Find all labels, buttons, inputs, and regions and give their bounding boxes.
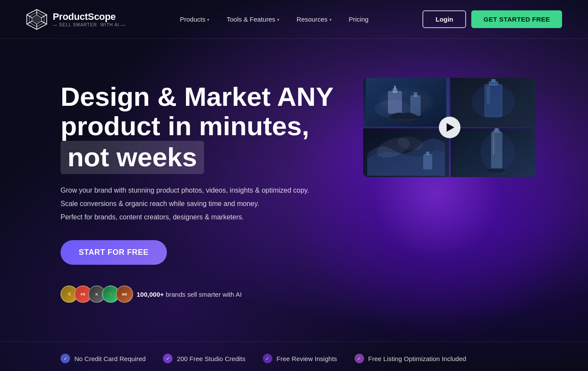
navigation: ProductScope — SELL SMARTER. WITH AI.— P… bbox=[0, 0, 588, 39]
badge-studio-credits: ✓ 200 Free Studio Credits bbox=[163, 354, 245, 363]
hero-content: Design & Market ANY product in minutes, … bbox=[61, 73, 363, 303]
video-cell-1 bbox=[363, 78, 449, 127]
play-button[interactable] bbox=[439, 117, 460, 138]
start-free-button[interactable]: START FOR FREE bbox=[61, 240, 167, 265]
nav-actions: Login GET STARTED FREE bbox=[422, 10, 562, 28]
hero-highlight: not weeks bbox=[61, 141, 204, 174]
logo-icon bbox=[26, 9, 48, 30]
social-proof-text: 100,000+ brands sell smarter with AI bbox=[137, 291, 242, 298]
svg-rect-12 bbox=[388, 91, 402, 114]
badge-listing-optimization: ✓ Free Listing Optimization Included bbox=[355, 354, 467, 363]
check-icon: ✓ bbox=[263, 354, 272, 363]
nav-item-tools[interactable]: Tools & Features ▾ bbox=[220, 12, 286, 26]
chevron-down-icon: ▾ bbox=[277, 17, 279, 22]
feature-badges: ✓ No Credit Card Required ✓ 200 Free Stu… bbox=[0, 341, 588, 371]
hero-section: Design & Market ANY product in minutes, … bbox=[0, 39, 588, 341]
hero-description: Grow your brand with stunning product ph… bbox=[61, 184, 311, 223]
svg-rect-23 bbox=[486, 86, 490, 104]
logo[interactable]: ProductScope — SELL SMARTER. WITH AI.— bbox=[26, 9, 126, 30]
video-cell-2 bbox=[451, 78, 537, 127]
product-image-2 bbox=[451, 78, 537, 125]
hero-title: Design & Market ANY product in minutes, … bbox=[61, 82, 363, 174]
avatar: BB bbox=[116, 285, 133, 303]
svg-rect-35 bbox=[492, 133, 495, 155]
nav-item-pricing[interactable]: Pricing bbox=[342, 12, 376, 26]
nav-item-resources[interactable]: Resources ▾ bbox=[290, 12, 339, 26]
svg-rect-28 bbox=[423, 154, 432, 169]
product-image-3 bbox=[363, 128, 449, 176]
svg-rect-14 bbox=[394, 86, 396, 89]
svg-rect-22 bbox=[491, 79, 495, 82]
check-icon: ✓ bbox=[355, 354, 364, 363]
brand-avatars: 🍕 FD K 🌿 BB bbox=[61, 285, 130, 303]
social-proof: 🍕 FD K 🌿 BB 100,000+ brands sell smarter… bbox=[61, 285, 363, 303]
hero-video[interactable] bbox=[363, 78, 536, 177]
svg-point-36 bbox=[488, 168, 505, 172]
logo-text: ProductScope — SELL SMARTER. WITH AI.— bbox=[53, 11, 126, 27]
product-image-1 bbox=[363, 78, 449, 127]
login-button[interactable]: Login bbox=[422, 10, 466, 28]
video-cell-3 bbox=[363, 128, 449, 178]
logo-subtitle: — SELL SMARTER. WITH AI.— bbox=[53, 22, 126, 27]
chevron-down-icon: ▾ bbox=[329, 17, 332, 22]
check-icon: ✓ bbox=[163, 354, 173, 363]
play-icon bbox=[447, 123, 454, 132]
chevron-down-icon: ▾ bbox=[207, 17, 209, 22]
svg-rect-16 bbox=[414, 92, 417, 97]
video-cell-4 bbox=[451, 128, 537, 178]
svg-rect-34 bbox=[495, 128, 499, 130]
svg-marker-2 bbox=[32, 15, 42, 24]
badge-no-card: ✓ No Credit Card Required bbox=[61, 354, 146, 363]
badge-review-insights: ✓ Free Review Insights bbox=[263, 354, 337, 363]
logo-title: ProductScope bbox=[53, 11, 126, 22]
get-started-button[interactable]: GET STARTED FREE bbox=[471, 10, 562, 28]
check-icon: ✓ bbox=[61, 354, 70, 363]
nav-links: Products ▾ Tools & Features ▾ Resources … bbox=[173, 12, 375, 26]
svg-rect-29 bbox=[426, 152, 429, 155]
nav-item-products[interactable]: Products ▾ bbox=[173, 12, 216, 26]
product-image-4 bbox=[451, 128, 537, 176]
svg-rect-15 bbox=[411, 95, 421, 115]
